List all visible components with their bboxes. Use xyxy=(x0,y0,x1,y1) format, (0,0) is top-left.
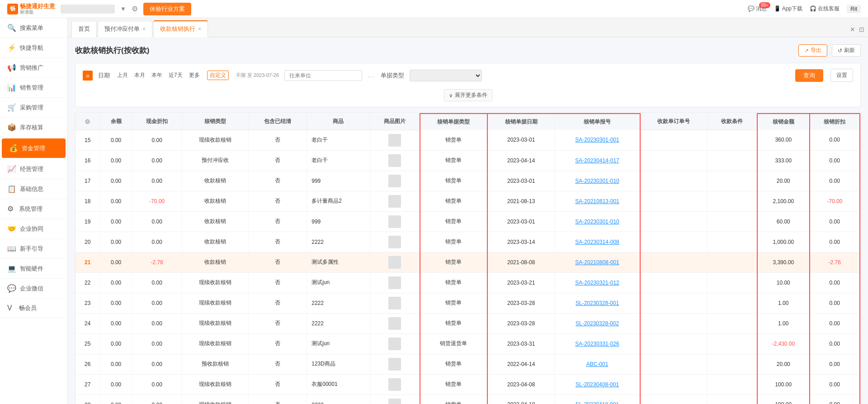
filter-settings-button[interactable]: 设置 xyxy=(830,69,853,82)
export-button[interactable]: ↗ 导出 xyxy=(798,44,827,57)
message-badge: 99+ xyxy=(759,2,770,8)
export-icon: ↗ xyxy=(804,48,809,54)
cell-cancel-discount: 0.00 xyxy=(810,354,860,374)
user-info[interactable]: Rit xyxy=(847,5,861,13)
online-service-button[interactable]: 🎧 在线客服 xyxy=(810,5,840,13)
cell-cancel-type: 收款核销 xyxy=(182,232,249,252)
industry-button[interactable]: 休验行业方案 xyxy=(143,3,191,15)
cell-balance: 0.00 xyxy=(100,191,132,211)
dropdown-icon[interactable]: ▼ xyxy=(120,5,126,12)
cell-no: 28 xyxy=(75,394,100,404)
cell-cancel-amount: 1.00 xyxy=(757,313,810,333)
basic-info-icon: 📋 xyxy=(7,185,16,193)
cell-cancel-order-date: 2023-03-01 xyxy=(487,130,555,150)
tab-prepay-close[interactable]: × xyxy=(142,26,146,32)
cell-cancel-amount: 10.00 xyxy=(757,272,810,293)
cell-cash-discount: -2.76 xyxy=(132,252,182,272)
table-scroll-container[interactable]: ⚙ 余额 现金折扣 核销类型 包含已结清 商品 商品图片 核销单据类型 核销单据… xyxy=(75,113,860,404)
cell-cancel-order-no[interactable]: SA-20230301-010 xyxy=(555,211,640,232)
cell-cancel-order-no[interactable]: SA-20230301-001 xyxy=(555,130,640,150)
guide-icon: 📖 xyxy=(7,244,16,253)
date-link-this-year[interactable]: 本年 xyxy=(150,71,164,80)
cell-no: 25 xyxy=(75,333,100,354)
cell-receipt-order-no xyxy=(640,293,708,313)
cell-receipt-order-no xyxy=(640,150,708,171)
expand-more-button[interactable]: ∨ 展开更多条件 xyxy=(444,89,492,101)
cell-product-img xyxy=(370,130,420,150)
table-gear-icon[interactable]: ⚙ xyxy=(85,118,90,125)
tab-cancellation[interactable]: 收款核销执行 × xyxy=(153,20,208,37)
cell-cancel-order-no[interactable]: SL-20230408-001 xyxy=(555,374,640,394)
sidebar-item-guide[interactable]: 📖 新手引导 xyxy=(0,239,67,259)
sidebar-item-finance[interactable]: 💰 资金管理 xyxy=(2,138,66,158)
table-row: 21 0.00 -2.76 收款核销 否 测试多属性 销货单 2021-08-0… xyxy=(75,252,860,272)
app-logo: 畅 畅捷通好生意 标准版 xyxy=(7,3,55,15)
cell-cancel-order-no[interactable]: SA-20230331-026 xyxy=(555,333,640,354)
sidebar-item-purchase[interactable]: 🛒 采购管理 xyxy=(0,98,67,118)
window-maximize-icon[interactable]: ⊡ xyxy=(859,26,864,33)
cell-cancel-order-no[interactable]: SA-20230301-010 xyxy=(555,171,640,191)
date-link-7days[interactable]: 近7天 xyxy=(167,71,184,80)
date-link-this-month[interactable]: 本月 xyxy=(132,71,147,80)
cell-include-settled: 否 xyxy=(249,191,307,211)
cell-cancel-discount: 0.00 xyxy=(810,394,860,404)
tab-home[interactable]: 首页 xyxy=(71,21,97,37)
cell-cancel-order-no[interactable]: SA-20210813-001 xyxy=(555,191,640,211)
sidebar-item-basic-info[interactable]: 📋 基础信息 xyxy=(0,179,67,199)
tab-prepay[interactable]: 预付冲应付单 × xyxy=(98,21,152,37)
date-custom-button[interactable]: 自定义 xyxy=(207,71,229,80)
cell-balance: 0.00 xyxy=(100,394,132,404)
sidebar-item-collab[interactable]: 🤝 企业协同 xyxy=(0,219,67,239)
cell-product-img xyxy=(370,171,420,191)
cell-balance: 0.00 xyxy=(100,252,132,272)
app-download-button[interactable]: 📱 App下载 xyxy=(774,5,802,13)
cell-include-settled: 否 xyxy=(249,354,307,374)
settings-icon[interactable]: ⚙ xyxy=(132,5,138,13)
table-row: 19 0.00 0.00 收款核销 否 999 销货单 2023-03-01 S… xyxy=(75,211,860,232)
sidebar-item-inventory[interactable]: 📦 库存核算 xyxy=(0,118,67,138)
cell-product-img xyxy=(370,374,420,394)
cell-cancel-order-no[interactable]: SL-20230328-002 xyxy=(555,313,640,333)
sidebar-item-wechat[interactable]: 💬 企业微信 xyxy=(0,279,67,299)
order-type-select[interactable] xyxy=(410,70,482,81)
sidebar-item-vip[interactable]: V 畅会员 xyxy=(0,299,67,318)
cell-cancel-order-no[interactable]: ABC-001 xyxy=(555,354,640,374)
cell-include-settled: 否 xyxy=(249,272,307,293)
cell-include-settled: 否 xyxy=(249,252,307,272)
sidebar-item-sales[interactable]: 📊 销售管理 xyxy=(0,78,67,98)
tab-cancellation-label: 收款核销执行 xyxy=(160,25,195,33)
from-unit-input[interactable] xyxy=(284,70,362,81)
cell-no: 17 xyxy=(75,171,100,191)
cell-cancel-order-no[interactable]: SA-20230314-008 xyxy=(555,232,640,252)
cell-balance: 0.00 xyxy=(100,272,132,293)
cell-cancel-order-no[interactable]: SL-20230418-001 xyxy=(555,394,640,404)
cell-cancel-order-no[interactable]: SA-20210808-001 xyxy=(555,252,640,272)
sidebar-item-management[interactable]: 📈 经营管理 xyxy=(0,159,67,179)
query-button[interactable]: 查询 xyxy=(795,69,823,82)
cell-product-img xyxy=(370,313,420,333)
cell-cancel-type: 现续收款核销 xyxy=(182,394,249,404)
table-row: 16 0.00 0.00 预付冲应收 否 老白干 销货单 2023-04-14 … xyxy=(75,150,860,171)
cell-cancel-order-no[interactable]: SA-20230414-017 xyxy=(555,150,640,171)
purchase-icon: 🛒 xyxy=(7,103,16,112)
sidebar-item-marketing[interactable]: 📢 营销推广 xyxy=(0,58,67,78)
date-link-more[interactable]: 更多 xyxy=(187,71,202,80)
cell-receipt-order-no xyxy=(640,171,708,191)
cell-cancel-order-no[interactable]: SA-20230321-012 xyxy=(555,272,640,293)
cell-cash-discount: 0.00 xyxy=(132,171,182,191)
cell-product-img xyxy=(370,252,420,272)
cell-no: 20 xyxy=(75,232,100,252)
sidebar-item-system[interactable]: ⚙ 系统管理 xyxy=(0,199,67,219)
sidebar-item-hardware[interactable]: 💻 智能硬件 xyxy=(0,259,67,279)
cell-receipt-order-no xyxy=(640,191,708,211)
cell-cancel-order-no[interactable]: SL-20230328-001 xyxy=(555,293,640,313)
window-minimize-icon[interactable]: ✕ xyxy=(850,26,855,33)
message-button[interactable]: 💬 消息 99+ xyxy=(748,5,767,13)
date-link-last-month[interactable]: 上月 xyxy=(115,71,130,80)
sidebar-item-shortcut[interactable]: ⚡ 快捷导航 xyxy=(0,38,67,58)
tab-cancellation-close[interactable]: × xyxy=(198,26,201,32)
filter-expand-button[interactable]: » xyxy=(83,71,93,81)
cell-cash-discount: 0.00 xyxy=(132,374,182,394)
refresh-button[interactable]: ↺ 刷新 xyxy=(832,44,861,57)
sidebar-item-search[interactable]: 🔍 搜索菜单 xyxy=(0,18,67,38)
